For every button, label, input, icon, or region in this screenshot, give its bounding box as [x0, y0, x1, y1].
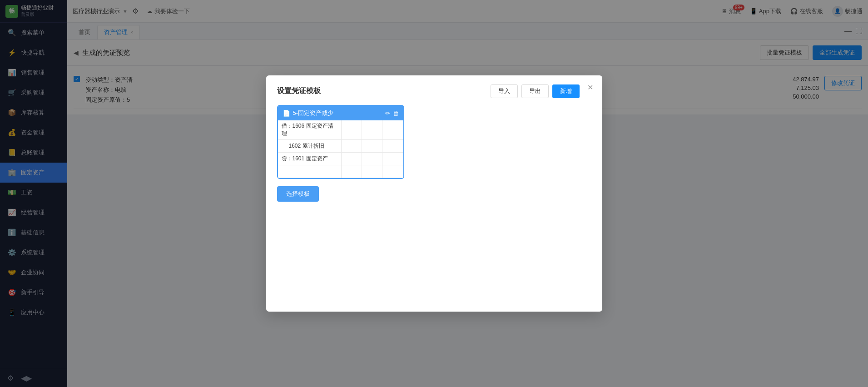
template-cell-label-4	[278, 165, 342, 178]
template-cell-label-3: 贷：1601 固定资产	[278, 153, 342, 165]
template-cell-3-2	[362, 140, 382, 152]
modal-actions: 导入 导出 新增	[491, 84, 580, 98]
template-card: 📄 5-固定资产减少 ✏ 🗑 借：1606 固定资产清理 1602 累计折旧	[277, 105, 404, 179]
export-button[interactable]: 导出	[521, 84, 549, 98]
modal-overlay: 设置凭证模板 ✕ 导入 导出 新增 📄 5-固定资产减少 ✏ 🗑 借：1606 …	[0, 0, 868, 387]
template-cell-label-1: 借：1606 固定资产清理	[278, 120, 342, 139]
new-template-button[interactable]: 新增	[552, 84, 580, 98]
template-edit-icon[interactable]: ✏	[385, 110, 390, 117]
template-cell-4-1	[382, 120, 403, 139]
template-cell-2-2	[342, 140, 362, 152]
template-cell-3-1	[362, 120, 382, 139]
template-name: 5-固定资产减少	[293, 109, 382, 117]
template-cell-3-4	[362, 165, 382, 178]
template-row-2: 1602 累计折旧	[278, 140, 403, 153]
template-cell-4-2	[382, 140, 403, 152]
template-card-header: 📄 5-固定资产减少 ✏ 🗑	[278, 106, 403, 120]
template-row-1: 借：1606 固定资产清理	[278, 120, 403, 140]
template-cell-4-4	[382, 165, 403, 178]
template-cell-2-3	[342, 153, 362, 165]
template-cell-2-1	[342, 120, 362, 139]
template-cell-2-4	[342, 165, 362, 178]
template-row-4	[278, 165, 403, 178]
template-cell-label-2: 1602 累计折旧	[278, 140, 342, 152]
import-button[interactable]: 导入	[491, 84, 518, 98]
template-header-actions: ✏ 🗑	[385, 110, 399, 117]
template-cell-3-3	[362, 153, 382, 165]
template-row-3: 贷：1601 固定资产	[278, 153, 403, 165]
select-template-button[interactable]: 选择模板	[277, 186, 319, 202]
modal-close-button[interactable]: ✕	[586, 83, 595, 92]
template-doc-icon: 📄	[283, 109, 290, 117]
modal: 设置凭证模板 ✕ 导入 导出 新增 📄 5-固定资产减少 ✏ 🗑 借：1606 …	[266, 75, 602, 312]
template-body: 借：1606 固定资产清理 1602 累计折旧 贷：1601 固定资产	[278, 120, 403, 178]
template-delete-icon[interactable]: 🗑	[393, 110, 399, 117]
template-cell-4-3	[382, 153, 403, 165]
